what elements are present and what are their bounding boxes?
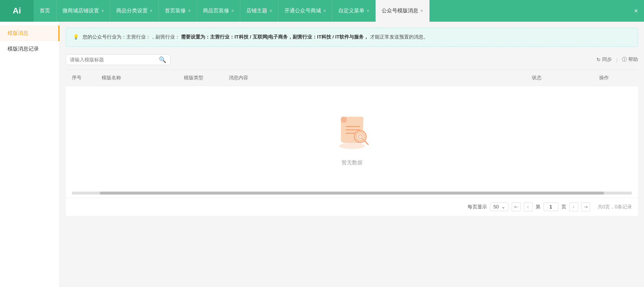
sync-icon: ↻: [597, 57, 601, 62]
nav-tab-homepage-decor[interactable]: 首页装修×: [159, 0, 197, 22]
th-action: 操作: [593, 70, 638, 86]
close-tab-homepage-decor[interactable]: ×: [188, 8, 191, 13]
table-header: 序号 模版名称 模版类型 消息内容 状态 操作: [66, 70, 638, 86]
top-nav: Ai 首页微商城店铺设置×商品分类设置×首页装修×商品页装修×店铺主题×开通公众…: [0, 0, 644, 22]
content-area: 💡 您的公众号行业为：主营行业：，副营行业： 需要设置为：主营行业：IT科技 /…: [60, 22, 644, 287]
toolbar-right: ↻ 同步 | ⓘ 帮助: [597, 56, 638, 63]
table-wrapper: 序号 模版名称 模版类型 消息内容 状态 操作: [66, 70, 638, 216]
empty-state: 暂无数据: [66, 86, 638, 189]
help-icon: ⓘ: [622, 56, 627, 63]
main-layout: 模版消息模版消息记录 💡 您的公众号行业为：主营行业：，副营行业： 需要设置为：…: [0, 22, 644, 287]
th-seq: 序号: [66, 70, 96, 86]
sidebar: 模版消息模版消息记录: [0, 22, 60, 287]
per-page-label: 每页显示: [468, 204, 487, 210]
page-label-before: 第: [536, 204, 540, 210]
per-page-value: 50: [493, 204, 499, 210]
notice-text-prefix: 您的公众号行业为：主营行业：，副营行业：: [83, 34, 180, 40]
close-tab-product-page-decor[interactable]: ×: [231, 8, 234, 13]
nav-tab-template-msg[interactable]: 公众号模版消息×: [376, 0, 429, 22]
scrollbar-track[interactable]: [72, 192, 632, 195]
search-input-wrapper: 🔍: [66, 54, 170, 65]
sync-button[interactable]: ↻ 同步: [597, 56, 612, 63]
nav-tab-shop-theme[interactable]: 店铺主题×: [240, 0, 278, 22]
notice-text-suffix: 才能正常发送预置的消息。: [370, 34, 428, 40]
per-page-select[interactable]: 50 ⌄: [490, 202, 508, 211]
close-all-button[interactable]: ×: [628, 0, 644, 22]
page-input[interactable]: [543, 202, 558, 211]
nav-tab-product-page-decor[interactable]: 商品页装修×: [197, 0, 240, 22]
help-button[interactable]: ⓘ 帮助: [622, 56, 638, 63]
nav-tab-product-category[interactable]: 商品分类设置×: [110, 0, 159, 22]
first-page-button[interactable]: ⇤: [512, 202, 521, 211]
sidebar-item-template-msg[interactable]: 模版消息: [0, 25, 59, 41]
next-page-button[interactable]: ›: [569, 202, 578, 211]
empty-text: 暂无数据: [342, 159, 363, 166]
scrollbar-thumb: [100, 192, 604, 195]
th-type: 模版类型: [178, 70, 223, 86]
search-input[interactable]: [70, 57, 159, 62]
notice-box: 💡 您的公众号行业为：主营行业：，副营行业： 需要设置为：主营行业：IT科技 /…: [66, 28, 638, 47]
sidebar-item-template-msg-record[interactable]: 模版消息记录: [0, 41, 59, 57]
close-tab-shop-theme[interactable]: ×: [269, 8, 272, 13]
page-label-after: 页: [561, 204, 566, 210]
prev-page-button[interactable]: ‹: [524, 202, 533, 211]
th-status: 状态: [526, 70, 593, 86]
search-bar: 🔍 ↻ 同步 | ⓘ 帮助: [66, 54, 638, 65]
help-label: 帮助: [628, 56, 638, 63]
toolbar-divider: |: [616, 57, 617, 62]
notice-icon: 💡: [73, 34, 79, 40]
nav-tab-wechat-shop[interactable]: 微商城店铺设置×: [56, 0, 110, 22]
close-tab-product-category[interactable]: ×: [150, 8, 152, 13]
svg-line-6: [364, 141, 368, 144]
nav-tab-custom-menu[interactable]: 自定义菜单×: [332, 0, 376, 22]
close-tab-wechat-shop[interactable]: ×: [101, 8, 104, 13]
pagination: 每页显示 50 ⌄ ⇤ ‹ 第 页 › ⇥ 共0页，0条记录: [66, 198, 638, 216]
th-content: 消息内容: [223, 70, 526, 86]
close-tab-open-wechat-shop[interactable]: ×: [323, 8, 326, 13]
search-icon[interactable]: 🔍: [159, 56, 166, 63]
nav-tabs: 首页微商城店铺设置×商品分类设置×首页装修×商品页装修×店铺主题×开通公众号商城…: [34, 0, 628, 22]
scrollbar-area: [66, 192, 638, 195]
last-page-button[interactable]: ⇥: [581, 202, 590, 211]
total-info: 共0页，0条记录: [598, 204, 632, 210]
th-name: 模版名称: [96, 70, 178, 86]
svg-point-0: [339, 143, 365, 149]
close-tab-custom-menu[interactable]: ×: [367, 8, 369, 13]
logo-text: Ai: [13, 6, 21, 16]
chevron-down-icon: ⌄: [501, 204, 505, 210]
nav-tab-open-wechat-shop[interactable]: 开通公众号商城×: [278, 0, 332, 22]
logo: Ai: [0, 0, 34, 22]
nav-tab-home[interactable]: 首页: [34, 0, 56, 22]
notice-highlight: 需要设置为：主营行业：IT科技 / 互联网|电子商务，副营行业：IT科技 / I…: [181, 34, 369, 40]
empty-illustration: [330, 109, 375, 153]
close-tab-template-msg[interactable]: ×: [420, 8, 423, 13]
sync-label: 同步: [602, 56, 612, 63]
